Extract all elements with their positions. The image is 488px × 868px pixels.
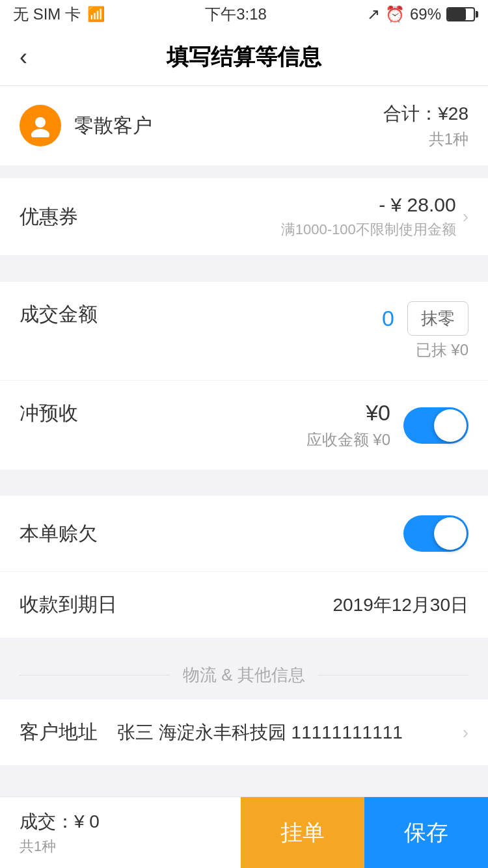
roundoff-button[interactable]: 抹零 <box>407 301 468 336</box>
battery-icon <box>446 7 475 21</box>
battery-text: 69% <box>410 5 441 23</box>
bottom-deal-label: 成交： <box>20 811 74 832</box>
status-bar: 无 SIM 卡 📶 下午3:18 ↗ ⏰ 69% <box>0 0 488 29</box>
total-count: 共1种 <box>383 129 468 150</box>
bottom-info: 成交：¥ 0 共1种 <box>0 809 241 856</box>
bottom-count: 共1种 <box>20 837 221 856</box>
coupon-section: 优惠券 - ¥ 28.00 满1000-100不限制使用金额 › <box>0 178 488 256</box>
customer-name: 零散客户 <box>74 113 152 139</box>
svg-point-1 <box>31 129 49 137</box>
hold-button[interactable]: 挂单 <box>241 797 364 869</box>
address-value: 张三 海淀永丰科技园 11111111111 <box>117 720 456 745</box>
prepaid-row: 冲预收 ¥0 应收金额 ¥0 <box>0 380 488 470</box>
logistics-label: 物流 & 其他信息 <box>183 664 305 686</box>
prepaid-sub: 应收金额 ¥0 <box>306 429 390 450</box>
debt-row: 本单赊欠 <box>0 496 488 572</box>
svg-point-0 <box>35 117 46 128</box>
save-button-label: 保存 <box>404 818 448 848</box>
logistics-divider: 物流 & 其他信息 <box>0 651 488 699</box>
wifi-icon: 📶 <box>87 6 105 23</box>
status-left: 无 SIM 卡 📶 <box>13 4 105 25</box>
hold-button-label: 挂单 <box>280 818 325 848</box>
address-section: 客户地址 张三 海淀永丰科技园 11111111111 › <box>0 699 488 766</box>
coupon-chevron-icon: › <box>463 206 468 227</box>
toggle-knob <box>434 409 467 442</box>
divider-2 <box>0 483 488 496</box>
bottom-deal-value: ¥ 0 <box>74 811 100 832</box>
due-date-row: 收款到期日 2019年12月30日 <box>0 572 488 638</box>
due-date-label: 收款到期日 <box>20 591 117 618</box>
customer-row: 零散客户 合计：¥28 共1种 <box>0 86 488 165</box>
deal-amount-right: 0 抹零 已抹 ¥0 <box>382 301 468 360</box>
customer-left: 零散客户 <box>20 105 152 146</box>
coupon-right: - ¥ 28.00 满1000-100不限制使用金额 <box>281 194 456 239</box>
prepaid-label: 冲预收 <box>20 400 78 427</box>
coupon-label: 优惠券 <box>20 204 78 230</box>
carrier-text: 无 SIM 卡 <box>13 4 81 25</box>
debt-toggle-knob <box>434 517 467 550</box>
deal-amount-value: 0 <box>382 306 394 331</box>
deal-amount-row: 成交金额 0 抹零 已抹 ¥0 <box>0 282 488 380</box>
address-label: 客户地址 <box>20 719 98 746</box>
bottom-deal-amount: 成交：¥ 0 <box>20 809 221 834</box>
prepaid-amount: ¥0 <box>366 400 390 426</box>
alarm-icon: ⏰ <box>385 5 405 23</box>
deal-amount-section: 成交金额 0 抹零 已抹 ¥0 冲预收 ¥0 应收金额 ¥0 <box>0 282 488 470</box>
location-icon: ↗ <box>367 5 380 23</box>
content-area: 零散客户 合计：¥28 共1种 优惠券 - ¥ 28.00 满1000-100不… <box>0 86 488 857</box>
debt-label: 本单赊欠 <box>20 521 98 547</box>
status-right: ↗ ⏰ 69% <box>367 5 475 23</box>
debt-section: 本单赊欠 收款到期日 2019年12月30日 <box>0 496 488 638</box>
back-button[interactable]: ‹ <box>20 44 27 71</box>
due-date-value: 2019年12月30日 <box>332 593 468 617</box>
prepaid-toggle[interactable] <box>403 407 468 444</box>
address-chevron-icon: › <box>463 722 468 743</box>
coupon-desc: 满1000-100不限制使用金额 <box>281 220 456 239</box>
page-title: 填写结算等信息 <box>167 42 321 72</box>
prepaid-right: ¥0 应收金额 ¥0 <box>306 400 390 450</box>
customer-right: 合计：¥28 共1种 <box>383 102 468 150</box>
status-time: 下午3:18 <box>205 4 267 25</box>
coupon-row[interactable]: 优惠券 - ¥ 28.00 满1000-100不限制使用金额 › <box>0 178 488 256</box>
debt-toggle[interactable] <box>403 515 468 552</box>
deal-amount-sub: 已抹 ¥0 <box>416 340 468 360</box>
total-amount: 合计：¥28 <box>383 102 468 126</box>
deal-amount-label: 成交金额 <box>20 301 98 328</box>
avatar <box>20 105 61 146</box>
nav-bar: ‹ 填写结算等信息 <box>0 29 488 86</box>
coupon-amount: - ¥ 28.00 <box>281 194 456 216</box>
divider-1 <box>0 269 488 282</box>
address-row[interactable]: 客户地址 张三 海淀永丰科技园 11111111111 › <box>0 699 488 766</box>
save-button[interactable]: 保存 <box>364 797 488 869</box>
bottom-bar: 成交：¥ 0 共1种 挂单 保存 <box>0 796 488 868</box>
